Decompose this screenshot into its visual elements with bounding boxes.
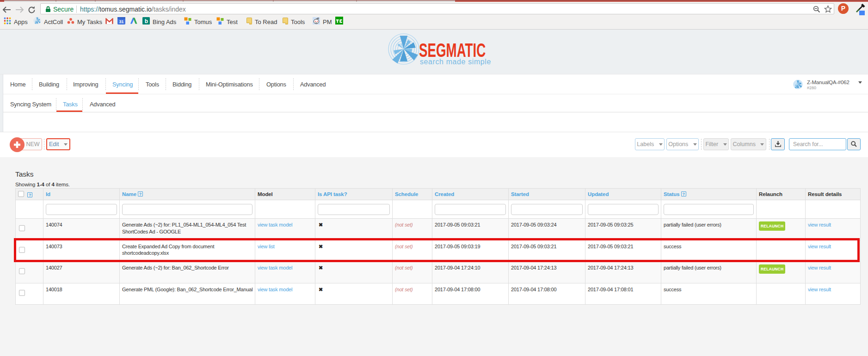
svg-text:b: b — [145, 18, 148, 24]
svg-text:31: 31 — [119, 19, 123, 24]
